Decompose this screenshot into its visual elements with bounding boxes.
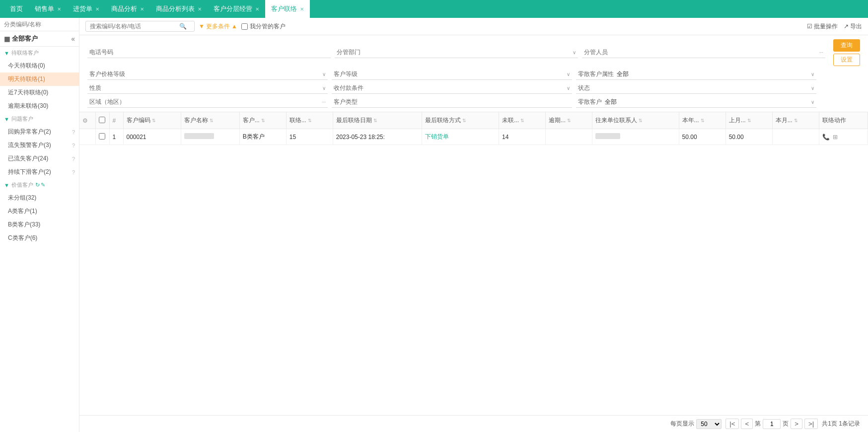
row-uncontacted: 14	[499, 129, 545, 145]
nav-item-purchase[interactable]: 进货单 ✕	[67, 0, 105, 18]
nav-item-analysis-list[interactable]: 商品分析列表 ✕	[150, 0, 208, 18]
sidebar-item-class-c[interactable]: C类客户(6)	[0, 231, 79, 245]
close-icon[interactable]: ✕	[140, 6, 144, 12]
query-button[interactable]: 查询	[833, 39, 860, 52]
chevron-down-icon: ∨	[811, 85, 814, 91]
sidebar-item-abnormal[interactable]: 回购异常客户(2) ?	[0, 125, 79, 139]
phone-icon[interactable]: 📞	[822, 134, 830, 141]
filter-price-level[interactable]: 客户价格等级 ∨	[87, 69, 328, 80]
filter-retail-customer[interactable]: 零散客户 全部 ∨	[576, 97, 816, 108]
filter-phone: 电话号码	[87, 47, 331, 58]
col-name: 客户名称 ⇅	[181, 112, 240, 129]
refresh-icon[interactable]: ↻	[35, 182, 40, 188]
select-all-checkbox[interactable]	[99, 117, 105, 123]
settings-button[interactable]: 设置	[833, 54, 860, 66]
filter-payment[interactable]: 收付款条件 ∨	[332, 83, 572, 94]
batch-op-btn[interactable]: ☑ 批量操作	[807, 22, 838, 31]
nav-item-customer-tier[interactable]: 客户分层经营 ✕	[208, 0, 265, 18]
sidebar-item-class-b[interactable]: B类客户(33)	[0, 218, 79, 231]
col-this-month: 本月... ⇅	[772, 112, 819, 129]
search-box: 🔍	[85, 21, 195, 32]
sidebar-search-input[interactable]	[4, 21, 78, 28]
close-icon[interactable]: ✕	[300, 6, 304, 12]
sidebar-item-7days[interactable]: 近7天待联络(0)	[0, 86, 79, 99]
sort-icon[interactable]: ⇅	[462, 118, 466, 123]
sidebar-item-today[interactable]: 今天待联络(0)	[0, 59, 79, 72]
col-last-month: 上月... ⇅	[725, 112, 772, 129]
sidebar-item-churned[interactable]: 已流失客户(24) ?	[0, 152, 79, 165]
sidebar-item-overdue[interactable]: 逾期未联络(30)	[0, 99, 79, 113]
settings-icon[interactable]: ⚙	[82, 117, 88, 124]
row-index: 1	[109, 129, 123, 145]
chevron-up-icon: ▲	[231, 23, 237, 30]
nav-item-home[interactable]: 首页	[4, 0, 29, 18]
prev-page-btn[interactable]: <	[741, 419, 753, 429]
sidebar-item-tomorrow[interactable]: 明天待联络(1)	[0, 72, 79, 86]
filter-retail-attr[interactable]: 零散客户属性 全部 ∨	[576, 69, 816, 80]
col-this-year: 本年... ⇅	[679, 112, 725, 129]
sort-icon[interactable]: ⇅	[567, 118, 571, 123]
sidebar-item-churn-warn[interactable]: 流失预警客户(3) ?	[0, 139, 79, 152]
dots-icon: ···	[819, 50, 823, 55]
sort-icon[interactable]: ⇅	[152, 118, 156, 123]
filter-dept[interactable]: 分管部门 ∨	[335, 47, 578, 58]
filter-customer-type[interactable]: 客户类型	[332, 97, 572, 108]
page-input[interactable]	[763, 419, 781, 429]
chevron-down-icon: ∨	[573, 50, 576, 55]
grid-action-icon[interactable]: ⊞	[833, 134, 838, 141]
per-page-select[interactable]: 50 100 200	[696, 419, 722, 429]
close-icon[interactable]: ✕	[95, 6, 99, 12]
export-icon: ↗	[844, 23, 849, 30]
filter-person[interactable]: 分管人员 ···	[582, 47, 825, 58]
edit-icon[interactable]: ✎	[41, 182, 45, 188]
close-icon[interactable]: ✕	[198, 6, 202, 12]
help-icon: ?	[72, 129, 75, 135]
sidebar-item-declining[interactable]: 持续下滑客户(2) ?	[0, 165, 79, 179]
col-unit-contact: 往来单位联系人 ⇅	[592, 112, 679, 129]
close-icon[interactable]: ✕	[57, 6, 61, 12]
sidebar-item-class-a[interactable]: A类客户(1)	[0, 205, 79, 218]
collapse-icon[interactable]: «	[71, 35, 75, 43]
my-customers-check[interactable]	[241, 23, 248, 30]
total-label: 共1页 1条记录	[822, 420, 860, 428]
export-btn[interactable]: ↗ 导出	[844, 22, 862, 31]
filter-panel: 电话号码 分管部门 ∨ 分管人员 ··· 查询 设置	[79, 35, 868, 112]
sort-icon[interactable]: ⇅	[520, 118, 524, 123]
last-page-btn[interactable]: >|	[804, 419, 818, 429]
search-input[interactable]	[90, 23, 179, 30]
filter-status[interactable]: 状态 ∨	[576, 83, 816, 94]
col-gear: ⚙	[79, 112, 95, 129]
arrow-icon: ▼	[4, 182, 9, 188]
nav-item-analysis[interactable]: 商品分析 ✕	[105, 0, 150, 18]
my-customers-checkbox[interactable]: 我分管的客户	[241, 22, 286, 31]
sidebar: 🔍 ▦ 全部客户 « ▼ 待联络客户 今天待联络(0) 明天待联络(1) 近7天…	[0, 18, 79, 432]
col-uncontacted: 未联... ⇅	[499, 112, 545, 129]
sort-icon[interactable]: ⇅	[308, 118, 312, 123]
grid-icon: ▦	[4, 35, 10, 43]
search-icon[interactable]: 🔍	[179, 23, 187, 30]
filter-region[interactable]: 区域（地区） ···	[87, 97, 328, 108]
help-icon: ?	[72, 143, 75, 148]
sort-icon[interactable]: ⇅	[210, 118, 214, 123]
sort-icon[interactable]: ⇅	[701, 118, 705, 123]
nav-item-sales[interactable]: 销售单 ✕	[29, 0, 67, 18]
row-last-method: 下销货单	[422, 129, 499, 145]
row-checkbox[interactable]	[99, 133, 105, 140]
sidebar-all-customers[interactable]: ▦ 全部客户 «	[0, 31, 79, 47]
nav-item-customer-contact[interactable]: 客户联络 ✕	[265, 0, 310, 18]
more-filter-btn[interactable]: ▼ 更多条件 ▲	[199, 22, 237, 31]
row-code: 000021	[123, 129, 181, 145]
sort-icon[interactable]: ⇅	[747, 118, 751, 123]
sort-icon[interactable]: ⇅	[639, 118, 643, 123]
sidebar-item-ungrouped[interactable]: 未分组(32)	[0, 191, 79, 205]
first-page-btn[interactable]: |<	[725, 419, 739, 429]
filter-customer-level[interactable]: 客户等级 ∨	[332, 69, 572, 80]
sort-icon[interactable]: ⇅	[794, 118, 798, 123]
close-icon[interactable]: ✕	[255, 6, 259, 12]
last-method-link[interactable]: 下销货单	[425, 133, 449, 140]
col-last-method: 最后联络方式 ⇅	[422, 112, 499, 129]
next-page-btn[interactable]: >	[791, 419, 802, 429]
filter-nature[interactable]: 性质 ∨	[87, 83, 328, 94]
sort-icon[interactable]: ⇅	[261, 118, 265, 123]
sort-icon[interactable]: ⇅	[373, 118, 377, 123]
